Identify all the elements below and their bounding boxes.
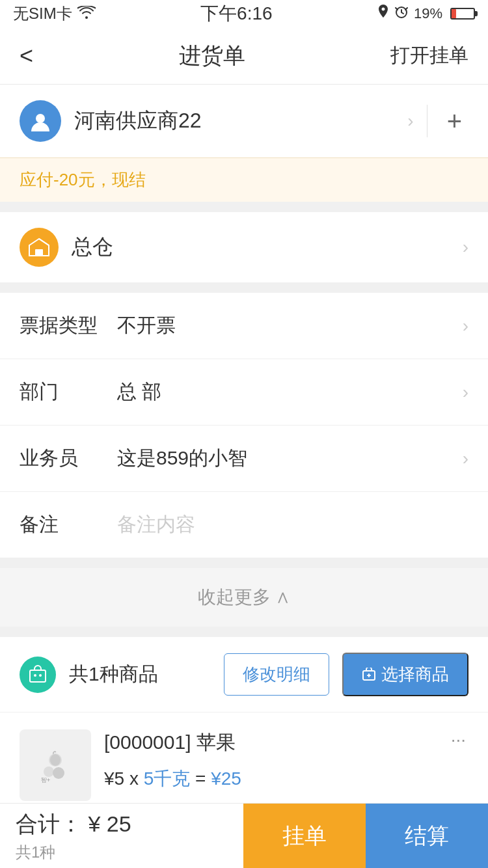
product-multiply: x (129, 768, 144, 789)
products-icon (20, 657, 56, 693)
location-icon (377, 5, 389, 23)
department-value: 总 部 (104, 379, 456, 405)
checkout-button[interactable]: 结算 (366, 804, 488, 868)
svg-text:智+: 智+ (41, 777, 50, 783)
total-label: 合计： (16, 811, 82, 836)
supplier-chevron-icon: › (407, 111, 413, 131)
department-label: 部门 (20, 379, 104, 405)
status-time: 下午6:16 (200, 1, 273, 26)
salesperson-value: 这是859的小智 (104, 445, 456, 472)
supplier-avatar (20, 100, 61, 142)
products-header: 共1种商品 修改明细 选择商品 (0, 637, 488, 712)
open-pending-button[interactable]: 打开挂单 (390, 42, 468, 69)
supplier-row[interactable]: 河南供应商22 › + (0, 85, 488, 157)
product-quantity: 5千克 (144, 768, 191, 789)
department-row[interactable]: 部门 总 部 › (0, 359, 488, 426)
product-info: [0000001] 苹果 ¥5 x 5千克 = ¥25 (104, 729, 435, 791)
product-name: [0000001] 苹果 (104, 729, 435, 756)
collapse-button[interactable]: 收起更多 ∧ (0, 568, 488, 627)
battery-percent: 19% (414, 5, 442, 22)
svg-point-8 (50, 754, 61, 766)
warehouse-chevron-icon: › (463, 237, 468, 258)
warehouse-row[interactable]: 总仓 › (0, 212, 488, 282)
products-count: 共1种商品 (69, 661, 211, 688)
warehouse-section[interactable]: 总仓 › (0, 212, 488, 282)
product-title-name: 苹果 (197, 731, 236, 753)
warehouse-name: 总仓 (72, 233, 456, 262)
pending-button[interactable]: 挂单 (243, 804, 366, 868)
product-equals: = (195, 768, 211, 789)
warehouse-icon (20, 228, 59, 267)
carrier-text: 无SIM卡 (13, 3, 72, 24)
footer-total-count: 共1种 (16, 842, 228, 863)
products-section: 共1种商品 修改明细 选择商品 智+ (0, 637, 488, 818)
add-supplier-button[interactable]: + (441, 107, 468, 136)
product-thumbnail: 智+ (20, 729, 91, 801)
ticket-type-label: 票据类型 (20, 312, 104, 339)
battery-icon (450, 8, 475, 20)
supplier-divider (427, 105, 427, 137)
edit-detail-button[interactable]: 修改明细 (224, 653, 329, 696)
product-id: [0000001] (104, 731, 191, 753)
back-button[interactable]: < (20, 42, 33, 70)
status-right: 19% (377, 5, 475, 23)
status-bar: 无SIM卡 下午6:16 19% (0, 0, 488, 27)
svg-point-4 (34, 674, 36, 677)
form-section: 票据类型 不开票 › 部门 总 部 › 业务员 这是859的小智 › 备注 备注… (0, 293, 488, 558)
alarm-icon (394, 5, 409, 23)
salesperson-row[interactable]: 业务员 这是859的小智 › (0, 426, 488, 492)
status-left: 无SIM卡 (13, 3, 96, 24)
wifi-icon (77, 5, 96, 23)
salesperson-label: 业务员 (20, 445, 104, 472)
svg-point-1 (36, 114, 45, 123)
product-unit-price: ¥5 (104, 768, 124, 789)
product-more-button[interactable]: ··· (448, 729, 468, 750)
ticket-type-row[interactable]: 票据类型 不开票 › (0, 293, 488, 359)
select-product-button[interactable]: 选择商品 (342, 653, 468, 696)
department-chevron-icon: › (463, 382, 468, 403)
svg-rect-2 (35, 249, 43, 256)
remark-row[interactable]: 备注 备注内容 (0, 492, 488, 558)
product-price: ¥5 x 5千克 = ¥25 (104, 766, 435, 791)
svg-point-5 (39, 674, 42, 677)
supplier-name: 河南供应商22 (74, 107, 401, 135)
ticket-type-value: 不开票 (104, 312, 456, 339)
nav-bar: < 进货单 打开挂单 (0, 27, 488, 85)
product-total: ¥25 (211, 768, 241, 789)
svg-point-10 (53, 767, 64, 779)
ticket-type-chevron-icon: › (463, 316, 468, 336)
page-title: 进货单 (179, 41, 245, 71)
salesperson-chevron-icon: › (463, 448, 468, 469)
footer: 合计： ¥ 25 共1种 挂单 结算 (0, 803, 488, 868)
svg-point-9 (44, 766, 54, 777)
notice-bar: 应付-20元，现结 (0, 157, 488, 202)
select-product-label: 选择商品 (381, 663, 449, 686)
footer-total-amount: 合计： ¥ 25 (16, 809, 228, 839)
supplier-section: 河南供应商22 › + 应付-20元，现结 (0, 85, 488, 202)
footer-total: 合计： ¥ 25 共1种 (0, 804, 243, 868)
svg-rect-3 (30, 670, 46, 682)
remark-input[interactable]: 备注内容 (104, 511, 468, 538)
total-amount-value: ¥ 25 (88, 811, 131, 836)
main-content: 河南供应商22 › + 应付-20元，现结 总仓 › 票据类型 不开票 › (0, 85, 488, 868)
remark-label: 备注 (20, 511, 104, 538)
product-item: 智+ [0000001] 苹果 ¥5 x 5千克 = ¥25 ··· (0, 712, 488, 818)
